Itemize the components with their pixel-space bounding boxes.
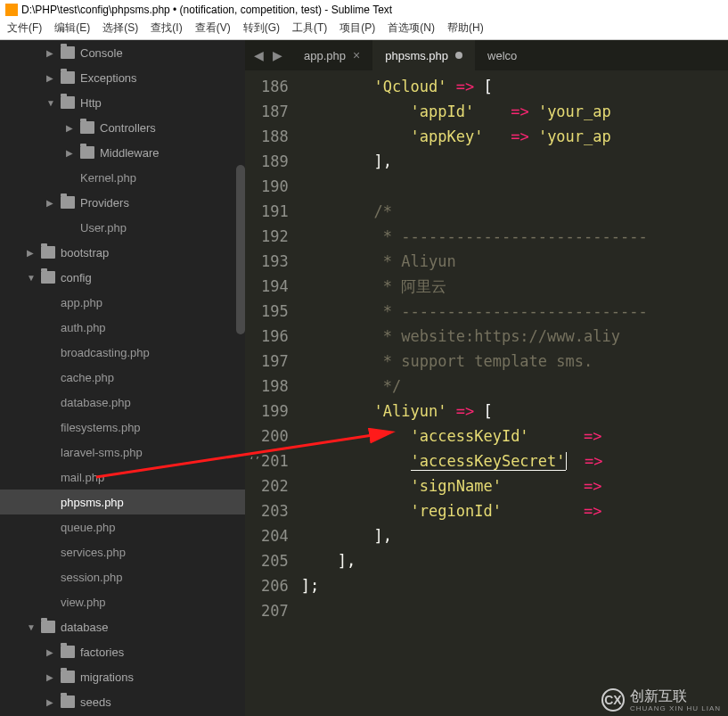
arrow-icon[interactable] bbox=[46, 647, 55, 657]
tab-welcome[interactable]: welco bbox=[475, 40, 529, 70]
arrow-icon[interactable] bbox=[46, 98, 55, 108]
line-number[interactable]: 187 bbox=[261, 99, 289, 124]
sidebar-folder[interactable]: Middleware bbox=[0, 140, 245, 165]
code-line[interactable]: * website:https://www.aliy bbox=[301, 324, 648, 349]
code-line[interactable]: ]; bbox=[301, 573, 648, 598]
code-line[interactable]: * --------------------------- bbox=[301, 299, 648, 324]
code-line[interactable]: 'Aliyun' => [ bbox=[301, 399, 648, 424]
menu-find[interactable]: 查找(I) bbox=[151, 21, 182, 37]
code-line[interactable]: /* bbox=[301, 199, 648, 224]
code-line[interactable]: ], bbox=[301, 523, 648, 548]
sidebar-file[interactable]: queue.php bbox=[0, 514, 245, 539]
code-line[interactable]: 'accessKeyId' => bbox=[301, 424, 648, 449]
sidebar-file[interactable]: Kernel.php bbox=[0, 165, 245, 190]
code-line[interactable]: 'regionId' => bbox=[301, 498, 648, 523]
code-line[interactable]: * Aliyun bbox=[301, 249, 648, 274]
sidebar-folder[interactable]: seeds bbox=[0, 689, 245, 714]
sidebar-file[interactable]: database.php bbox=[0, 390, 245, 415]
sidebar-file[interactable]: cache.php bbox=[0, 365, 245, 390]
code-line[interactable]: * 阿里云 bbox=[301, 274, 648, 299]
sidebar-file[interactable]: User.php bbox=[0, 215, 245, 240]
sidebar-folder[interactable]: config bbox=[0, 265, 245, 290]
menu-tools[interactable]: 工具(T) bbox=[292, 21, 327, 37]
line-number[interactable]: 191 bbox=[261, 199, 289, 224]
sidebar-file[interactable]: laravel-sms.php bbox=[0, 440, 245, 465]
arrow-icon[interactable] bbox=[46, 672, 55, 682]
line-number[interactable]: 199 bbox=[261, 399, 289, 424]
code-line[interactable]: 'accessKeySecret' => bbox=[301, 449, 648, 473]
line-number[interactable]: 200 bbox=[261, 424, 289, 449]
arrow-icon[interactable] bbox=[66, 123, 75, 133]
line-number[interactable]: 197 bbox=[261, 349, 289, 374]
tab-prev-button[interactable]: ◀ bbox=[250, 46, 267, 64]
menu-help[interactable]: 帮助(H) bbox=[447, 21, 484, 37]
sidebar-folder[interactable]: factories bbox=[0, 639, 245, 664]
line-number[interactable]: 205 bbox=[261, 548, 289, 573]
arrow-icon[interactable] bbox=[46, 48, 55, 58]
line-number[interactable]: 194 bbox=[261, 274, 289, 299]
code-line[interactable]: */ bbox=[301, 374, 648, 399]
line-number[interactable]: 206 bbox=[261, 573, 289, 598]
code-line[interactable]: 'appId' => 'your_ap bbox=[301, 99, 648, 124]
code-line[interactable]: 'appKey' => 'your_ap bbox=[301, 124, 648, 149]
arrow-icon[interactable] bbox=[46, 73, 55, 83]
line-number[interactable]: 204 bbox=[261, 523, 289, 548]
sidebar-file[interactable]: services.php bbox=[0, 539, 245, 564]
sidebar-file[interactable]: app.php bbox=[0, 290, 245, 315]
code-line[interactable]: 'Qcloud' => [ bbox=[301, 74, 648, 99]
arrow-icon[interactable] bbox=[27, 622, 36, 632]
line-number[interactable]: 201 bbox=[261, 449, 289, 473]
line-number[interactable]: 198 bbox=[261, 374, 289, 399]
sidebar-folder[interactable]: migrations bbox=[0, 664, 245, 689]
arrow-icon[interactable] bbox=[46, 697, 55, 707]
line-number[interactable]: 189 bbox=[261, 149, 289, 174]
menu-project[interactable]: 项目(P) bbox=[339, 21, 375, 37]
line-number[interactable]: 196 bbox=[261, 324, 289, 349]
code-line[interactable]: * --------------------------- bbox=[301, 224, 648, 249]
code-line[interactable]: 'signName' => bbox=[301, 473, 648, 498]
line-number[interactable]: 192 bbox=[261, 224, 289, 249]
menu-goto[interactable]: 转到(G) bbox=[243, 21, 280, 37]
line-number[interactable]: 190 bbox=[261, 174, 289, 199]
sidebar-folder[interactable]: Providers bbox=[0, 190, 245, 215]
code-editor[interactable]: 1861871881891901911921931941951961971981… bbox=[245, 70, 728, 716]
arrow-icon[interactable] bbox=[66, 148, 75, 158]
menu-file[interactable]: 文件(F) bbox=[7, 21, 42, 37]
sidebar-file[interactable]: filesystems.php bbox=[0, 415, 245, 440]
sidebar-folder[interactable]: bootstrap bbox=[0, 240, 245, 265]
sidebar-folder[interactable]: Controllers bbox=[0, 115, 245, 140]
menu-preferences[interactable]: 首选项(N) bbox=[388, 21, 435, 37]
sidebar-file[interactable]: auth.php bbox=[0, 315, 245, 340]
line-number[interactable]: 188 bbox=[261, 124, 289, 149]
line-number[interactable]: 193 bbox=[261, 249, 289, 274]
close-icon[interactable]: × bbox=[353, 48, 360, 62]
sidebar-file[interactable]: view.php bbox=[0, 589, 245, 614]
sidebar-folder[interactable]: Console bbox=[0, 40, 245, 65]
menu-edit[interactable]: 编辑(E) bbox=[54, 21, 90, 37]
arrow-icon[interactable] bbox=[46, 198, 55, 208]
arrow-icon[interactable] bbox=[27, 273, 36, 283]
line-number[interactable]: 186 bbox=[261, 74, 289, 99]
tab-phpsms-php[interactable]: phpsms.php bbox=[372, 40, 475, 70]
line-number[interactable]: 202 bbox=[261, 473, 289, 498]
code-line[interactable] bbox=[301, 598, 648, 623]
code-line[interactable]: ], bbox=[301, 548, 648, 573]
code-line[interactable]: ], bbox=[301, 149, 648, 174]
sidebar-file[interactable]: phpsms.php bbox=[0, 490, 245, 514]
code-content[interactable]: 'Qcloud' => [ 'appId' => 'your_ap 'appKe… bbox=[298, 70, 648, 716]
menu-select[interactable]: 选择(S) bbox=[102, 21, 138, 37]
arrow-icon[interactable] bbox=[27, 248, 36, 258]
sidebar-scrollbar[interactable] bbox=[236, 165, 245, 334]
sidebar-folder[interactable]: Exceptions bbox=[0, 65, 245, 90]
sidebar-file[interactable]: broadcasting.php bbox=[0, 340, 245, 365]
tab-app-php[interactable]: app.php × bbox=[291, 40, 372, 70]
sidebar-folder[interactable]: database bbox=[0, 614, 245, 639]
sidebar-folder[interactable]: Http bbox=[0, 90, 245, 115]
code-line[interactable] bbox=[301, 174, 648, 199]
menu-view[interactable]: 查看(V) bbox=[195, 21, 231, 37]
sidebar-file[interactable]: mail.php bbox=[0, 465, 245, 490]
line-number[interactable]: 207 bbox=[261, 598, 289, 623]
sidebar-file[interactable]: session.php bbox=[0, 564, 245, 589]
line-number[interactable]: 203 bbox=[261, 498, 289, 523]
code-line[interactable]: * support template sms. bbox=[301, 349, 648, 374]
